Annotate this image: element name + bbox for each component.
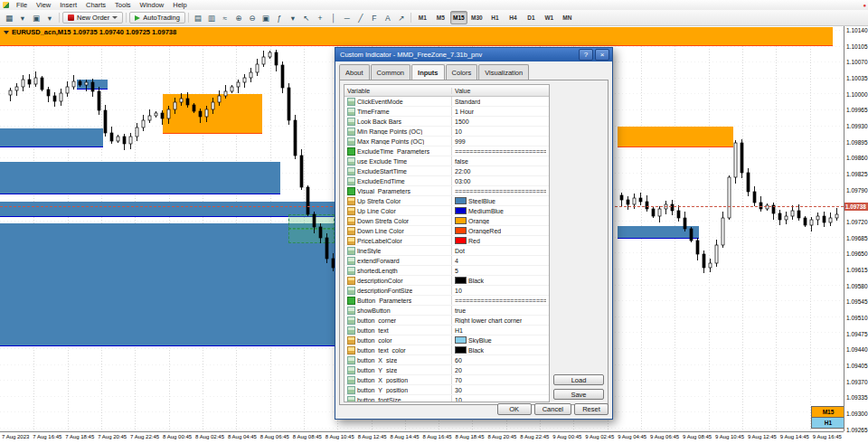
parameter-row[interactable]: button_X_position 70 [344,375,549,385]
price-axis[interactable]: 1.101401.101051.100701.100351.100001.099… [844,25,868,431]
fibonacci-icon[interactable]: F [368,12,381,24]
parameter-value[interactable]: Right lower chart corner [455,317,522,324]
parameter-value[interactable]: 70 [455,377,462,383]
parameter-row[interactable]: ClickEventMode Standard [344,97,549,107]
parameter-value[interactable]: 1 Hour [455,109,474,115]
parameter-row[interactable]: TimeFrame 1 Hour [344,107,549,117]
indicators-icon[interactable]: ƒ [273,12,286,24]
parameter-row[interactable]: button_fontSize 10 [344,395,549,402]
parameter-row[interactable]: ExcludeEndTime 03:00 [344,176,549,186]
zoom-out-icon[interactable]: ⊖ [246,12,259,24]
parameter-value[interactable]: 03:00 [455,178,471,184]
help-icon[interactable]: ? [579,49,593,61]
parameter-value[interactable]: 60 [455,357,462,364]
parameter-value[interactable]: Black [468,347,484,354]
parameter-value[interactable]: Orange [468,218,489,224]
parameter-value[interactable]: Red [468,238,480,244]
parameter-value[interactable]: Black [468,278,484,284]
parameter-row[interactable]: use Exclude Time false [344,156,549,166]
dialog-tab[interactable]: Visualization [478,64,529,80]
text-label-icon[interactable]: A [382,12,394,24]
timeframe-button[interactable]: W1 [541,11,558,24]
parameter-row[interactable]: Up Line Color MediumBlue [344,206,549,216]
cursor-icon[interactable]: ↖ [300,12,313,24]
parameter-value[interactable]: MediumBlue [468,208,504,214]
parameter-row[interactable]: lineStyle Dot [344,246,549,256]
reset-button[interactable]: Reset [574,403,609,415]
timeframe-button[interactable]: H4 [505,11,522,24]
parameter-row[interactable]: PriceLabelColor Red [344,236,549,246]
parameter-value[interactable]: SteelBlue [468,198,495,204]
menu-item[interactable]: View [32,0,55,10]
parameter-row[interactable]: Down Strefa Color Orange [344,216,549,226]
indicators-dropdown-icon[interactable]: ▾ [287,12,299,24]
zoom-in-icon[interactable]: ⊕ [232,12,245,24]
time-axis[interactable]: 7 Aug 20237 Aug 16:457 Aug 18:457 Aug 20… [0,431,844,444]
menu-item[interactable]: Tools [110,0,136,10]
parameter-row[interactable]: button_Y_position 30 [344,385,549,395]
parameter-value[interactable]: 10 [455,128,462,135]
crosshair-icon[interactable]: + [314,12,326,24]
parameter-value[interactable]: H1 [455,327,463,334]
horizontal-line-icon[interactable]: ─ [341,12,354,24]
parameter-value[interactable]: false [455,158,468,165]
chart-list-dropdown-icon[interactable]: ▾ [16,12,29,24]
profiles-icon[interactable]: ▣ [30,12,42,24]
profiles-dropdown-icon[interactable]: ▾ [43,12,56,24]
parameter-row[interactable]: showButton true [344,306,549,316]
parameter-row[interactable]: button_color SkyBlue [344,335,549,345]
timeframe-button[interactable]: H1 [486,11,504,24]
parameter-row[interactable]: Down Line Color OrangeRed [344,226,549,236]
trendline-icon[interactable]: ╱ [354,12,367,24]
parameter-row[interactable]: Visual_Parameters ======================… [344,186,549,196]
symbol-dropdown-icon[interactable] [4,31,9,34]
close-icon[interactable]: × [595,49,609,61]
parameter-row[interactable]: extendForward 4 [344,256,549,266]
parameter-value[interactable]: Dot [455,248,465,254]
new-chart-icon[interactable]: ▦ [3,12,15,24]
dialog-tab[interactable]: About [339,64,370,80]
parameter-row[interactable]: Up Strefa Color SteelBlue [344,196,549,206]
vertical-line-icon[interactable]: │ [327,12,340,24]
parameter-value[interactable]: Standard [455,99,480,105]
new-order-button[interactable]: New Order [62,12,123,24]
parameter-value[interactable]: 10 [455,397,462,403]
parameter-row[interactable]: Max Range Points (OC) 999 [344,137,549,146]
parameter-row[interactable]: shortedLength 5 [344,266,549,276]
parameter-value[interactable]: ========================= [455,188,546,194]
parameter-row[interactable]: button_Y_size 20 [344,365,549,375]
parameter-row[interactable]: descriptionColor Black [344,276,549,286]
dialog-tab[interactable]: Colors [446,64,478,80]
dialog-titlebar[interactable]: Custom Indicator - MMD_FreeZone_7.31b_pn… [335,48,612,61]
parameter-value[interactable]: 30 [455,387,462,393]
dialog-tab[interactable]: Common [371,64,410,80]
menu-item[interactable]: Help [168,0,191,10]
parameter-value[interactable]: true [455,307,466,314]
parameter-row[interactable]: button_corner Right lower chart corner [344,316,549,326]
parameter-value[interactable]: 10 [455,288,462,294]
parameter-row[interactable]: descriptionFontSize 10 [344,286,549,296]
tile-windows-icon[interactable]: ▣ [259,12,272,24]
parameter-value[interactable]: SkyBlue [468,337,492,344]
load-button[interactable]: Load [553,374,604,385]
timeframe-button[interactable]: M15 [450,11,467,24]
bar-chart-icon[interactable]: ▤ [192,12,204,24]
autotrading-button[interactable]: AutoTrading [129,12,185,24]
parameter-row[interactable]: Button_Parameters ======================… [344,296,549,306]
parameter-row[interactable]: Look Back Bars 1500 [344,117,549,127]
menu-item[interactable]: File [12,0,32,10]
timeframe-button[interactable]: D1 [523,11,540,24]
ok-button[interactable]: OK [497,403,532,415]
cancel-button[interactable]: Cancel [534,403,571,415]
parameter-row[interactable]: button_text_color Black [344,345,549,355]
arrow-icon[interactable]: ↗ [395,12,408,24]
timeframe-button[interactable]: M1 [414,11,431,24]
parameter-value[interactable]: 20 [455,367,462,373]
indicator-button-h1[interactable]: H1 [811,417,844,429]
menu-item[interactable]: Charts [81,0,110,10]
parameter-row[interactable]: button_X_size 60 [344,355,549,365]
parameter-value[interactable]: 4 [455,258,458,264]
parameter-row[interactable]: button_text H1 [344,326,549,335]
timeframe-button[interactable]: M5 [432,11,449,24]
parameter-value[interactable]: OrangeRed [468,228,501,234]
